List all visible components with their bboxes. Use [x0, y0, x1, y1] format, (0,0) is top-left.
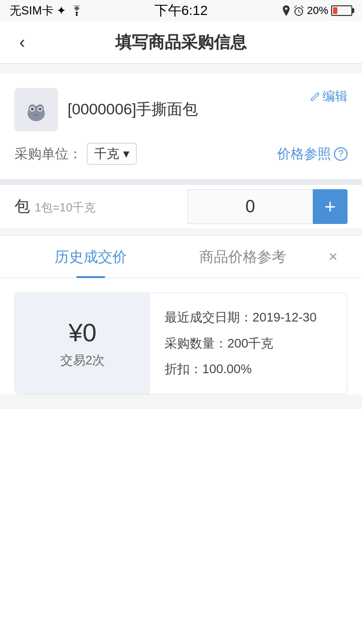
quantity-input-group: +	[187, 189, 348, 224]
bottom-panel: 历史成交价 商品价格参考 × ¥0 交易2次 最近成交日期：2019-12-30…	[0, 235, 362, 394]
date-value: 2019-12-30	[252, 310, 317, 324]
product-left: [0000006]手撕面包	[14, 88, 198, 131]
product-section: [0000006]手撕面包 编辑 采购单位： 千克 ▾ 价格参照 ?	[0, 73, 362, 179]
card-details-right: 最近成交日期：2019-12-30 采购数量：200千克 折扣：100.00%	[150, 293, 347, 394]
product-image	[14, 88, 58, 131]
unit-conversion: 1包=10千克	[35, 200, 96, 215]
product-unit-row: 采购单位： 千克 ▾ 价格参照 ?	[14, 143, 348, 165]
card-price-left: ¥0 交易2次	[15, 293, 150, 394]
history-card: ¥0 交易2次 最近成交日期：2019-12-30 采购数量：200千克 折扣：…	[14, 293, 348, 394]
battery-icon	[331, 5, 352, 16]
status-time: 下午6:12	[154, 1, 208, 20]
date-label: 最近成交日期：	[165, 310, 252, 324]
unit-select[interactable]: 千克 ▾	[87, 143, 137, 165]
status-carrier: 无SIM卡 ✦	[10, 3, 84, 18]
wifi-icon	[70, 5, 84, 16]
plus-icon: +	[324, 196, 335, 218]
section-divider	[0, 179, 362, 185]
unit-label: 采购单位：	[14, 145, 82, 163]
unit-label-group: 采购单位： 千克 ▾	[14, 143, 137, 165]
quantity-row: 包 1包=10千克 +	[0, 185, 362, 228]
tab-price-ref[interactable]: 商品价格参考	[167, 236, 319, 278]
svg-point-0	[76, 14, 78, 16]
close-icon: ×	[329, 248, 338, 266]
qty-value: 200千克	[227, 336, 273, 350]
product-header: [0000006]手撕面包 编辑	[14, 88, 348, 131]
product-name: [0000006]手撕面包	[68, 99, 198, 120]
owl-logo	[22, 95, 51, 124]
discount-value: 100.00%	[202, 362, 252, 376]
unit-text: 包	[14, 196, 30, 217]
tab-close-button[interactable]: ×	[319, 242, 348, 271]
battery-percent: 20%	[307, 4, 328, 17]
discount-row: 折扣：100.00%	[165, 359, 333, 379]
status-bar: 无SIM卡 ✦ 下午6:12 20%	[0, 0, 362, 21]
edit-button[interactable]: 编辑	[310, 88, 348, 105]
discount-label: 折扣：	[165, 362, 202, 376]
qty-label: 采购数量：	[165, 336, 227, 350]
edit-icon	[310, 91, 320, 102]
svg-point-7	[31, 108, 34, 111]
tab-history-price[interactable]: 历史成交价	[14, 236, 167, 278]
trade-count: 交易2次	[60, 352, 105, 369]
date-row: 最近成交日期：2019-12-30	[165, 308, 333, 328]
back-button[interactable]: ‹	[14, 28, 30, 57]
page-title: 填写商品采购信息	[115, 31, 247, 54]
nav-bar: ‹ 填写商品采购信息	[0, 21, 362, 64]
alarm-icon	[293, 5, 304, 16]
quantity-input[interactable]	[187, 189, 313, 224]
help-circle-icon: ?	[334, 147, 348, 161]
qty-row: 采购数量：200千克	[165, 334, 333, 354]
tab-row: 历史成交价 商品价格参考 ×	[0, 236, 362, 278]
carrier-text: 无SIM卡 ✦	[10, 3, 66, 18]
quantity-label: 包 1包=10千克	[14, 196, 96, 217]
page-background	[0, 409, 362, 644]
quantity-plus-button[interactable]: +	[313, 189, 348, 224]
status-right: 20%	[282, 4, 352, 17]
price-ref-button[interactable]: 价格参照 ?	[277, 145, 348, 163]
dropdown-icon: ▾	[123, 146, 129, 161]
price-display: ¥0	[69, 318, 97, 347]
location-icon	[282, 5, 291, 16]
svg-point-8	[39, 108, 42, 111]
